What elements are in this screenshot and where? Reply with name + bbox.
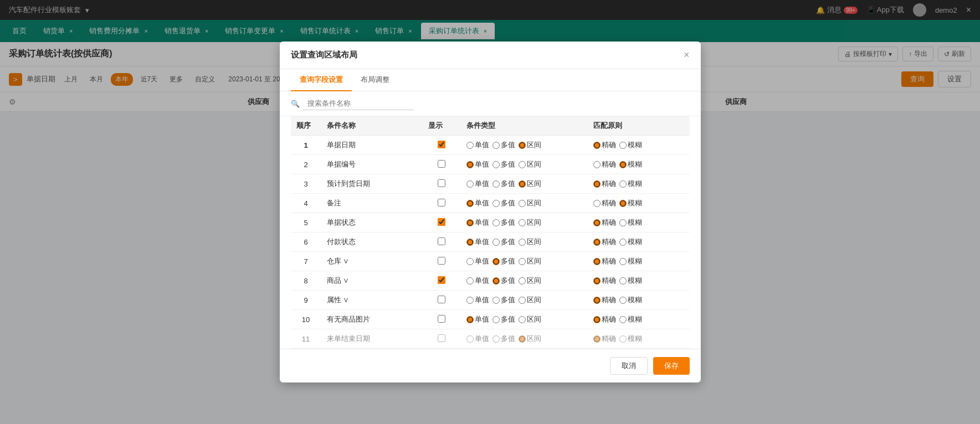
tab-layout-adjust[interactable]: 布局调整 [352, 69, 398, 91]
tab-layout-adjust-label: 布局调整 [361, 75, 389, 84]
search-icon: 🔍 [291, 100, 300, 108]
tab-query-fields[interactable]: 查询字段设置 [291, 69, 352, 91]
modal-tabs: 查询字段设置 布局调整 [280, 69, 701, 91]
modal-search-bar: 🔍 [280, 91, 701, 112]
modal-dialog: 设置查询区域布局 × 查询字段设置 布局调整 🔍 顺序 条件名称 [280, 42, 701, 112]
modal-close-button[interactable]: × [684, 49, 690, 61]
modal-header: 设置查询区域布局 × [280, 42, 701, 69]
search-input[interactable] [303, 97, 414, 110]
modal-title: 设置查询区域布局 [291, 50, 357, 60]
tab-query-fields-label: 查询字段设置 [300, 75, 343, 84]
modal-overlay: 设置查询区域布局 × 查询字段设置 布局调整 🔍 顺序 条件名称 [0, 0, 980, 112]
